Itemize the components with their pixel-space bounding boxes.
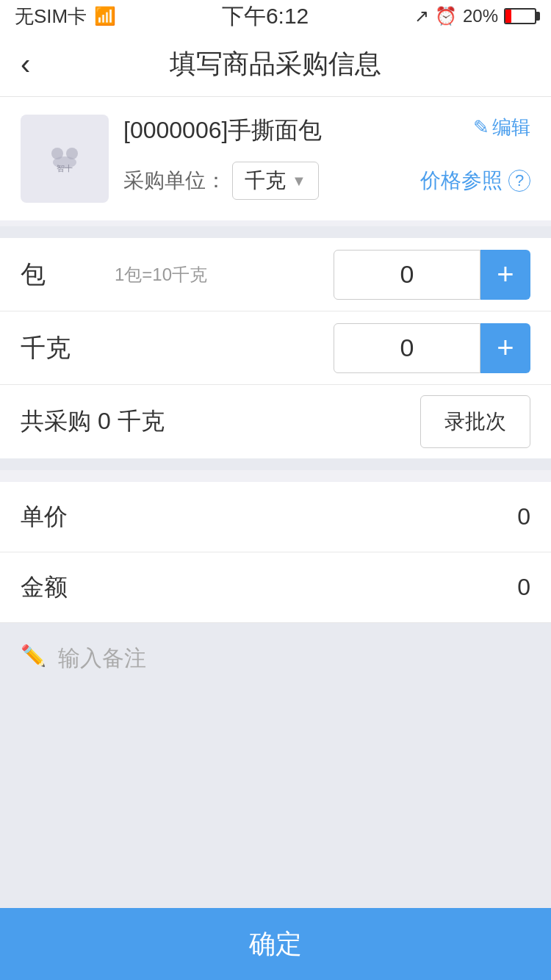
amount-label: 金额 xyxy=(21,572,68,604)
edit-icon: ✎ xyxy=(473,116,489,139)
section-divider-2 xyxy=(0,458,551,470)
time-display: 下午6:12 xyxy=(222,1,309,32)
bag-sublabel: 1包=10千克 xyxy=(115,263,207,287)
bag-label: 包 xyxy=(21,258,109,292)
nav-bar: ‹ 填写商品采购信息 xyxy=(0,32,551,97)
product-header: [0000006]手撕面包 ✎ 编辑 xyxy=(123,115,530,147)
amount-value: 0 xyxy=(517,574,530,601)
input-section: 包 1包=10千克 + 千克 + xyxy=(0,238,551,385)
bag-plus-button[interactable]: + xyxy=(480,250,530,300)
summary-text: 共采购 0 千克 xyxy=(21,406,165,438)
back-button[interactable]: ‹ xyxy=(21,48,30,81)
amount-row: 金额 0 xyxy=(0,552,551,623)
section-divider-1 xyxy=(0,226,551,238)
bag-quantity-input[interactable] xyxy=(334,250,480,300)
summary-row: 共采购 0 千克 录批次 xyxy=(0,385,551,458)
product-card: 智十 [0000006]手撕面包 ✎ 编辑 采购单位： 千克 ▼ 价格参照 ? xyxy=(0,97,551,226)
product-name: [0000006]手撕面包 xyxy=(123,115,322,147)
price-section: 单价 0 金额 0 xyxy=(0,482,551,623)
confirm-button-label: 确定 xyxy=(249,926,302,962)
battery-icon xyxy=(504,8,536,24)
batch-button[interactable]: 录批次 xyxy=(420,395,530,448)
unit-price-row: 单价 0 xyxy=(0,482,551,552)
status-left: 无SIM卡 📶 xyxy=(15,4,116,29)
alarm-icon: ⏰ xyxy=(435,6,457,26)
location-icon: ↗ xyxy=(414,6,429,26)
purchase-unit-row: 采购单位： 千克 ▼ 价格参照 ? xyxy=(123,162,530,200)
help-icon: ? xyxy=(508,170,530,192)
unit-label: 采购单位： xyxy=(123,167,226,195)
kg-label: 千克 xyxy=(21,331,109,365)
bag-input-controls: + xyxy=(334,250,530,300)
price-ref-link[interactable]: 价格参照 ? xyxy=(420,167,530,195)
page-title: 填写商品采购信息 xyxy=(170,46,381,82)
battery-percent: 20% xyxy=(463,6,498,26)
svg-text:智十: 智十 xyxy=(57,164,73,173)
kg-plus-button[interactable]: + xyxy=(480,323,530,373)
kg-input-controls: + xyxy=(334,323,530,373)
carrier-text: 无SIM卡 xyxy=(15,4,87,29)
product-info: [0000006]手撕面包 ✎ 编辑 采购单位： 千克 ▼ 价格参照 ? xyxy=(123,115,530,200)
wifi-icon: 📶 xyxy=(94,6,116,26)
edit-button[interactable]: ✎ 编辑 xyxy=(473,115,530,140)
unit-selector[interactable]: 千克 ▼ xyxy=(232,162,319,200)
bag-input-row: 包 1包=10千克 + xyxy=(0,238,551,311)
notes-section[interactable]: ✏️ 输入备注 xyxy=(0,623,551,917)
unit-price-label: 单价 xyxy=(21,501,68,533)
status-bar: 无SIM卡 📶 下午6:12 ↗ ⏰ 20% xyxy=(0,0,551,32)
unit-price-value: 0 xyxy=(517,503,530,530)
kg-input-row: 千克 + xyxy=(0,311,551,385)
status-right: ↗ ⏰ 20% xyxy=(414,6,536,26)
kg-quantity-input[interactable] xyxy=(334,323,480,373)
confirm-button[interactable]: 确定 xyxy=(0,908,551,980)
product-image: 智十 xyxy=(21,115,109,203)
notes-placeholder: 输入备注 xyxy=(58,644,146,674)
pencil-icon: ✏️ xyxy=(21,644,46,668)
chevron-down-icon: ▼ xyxy=(292,173,306,190)
